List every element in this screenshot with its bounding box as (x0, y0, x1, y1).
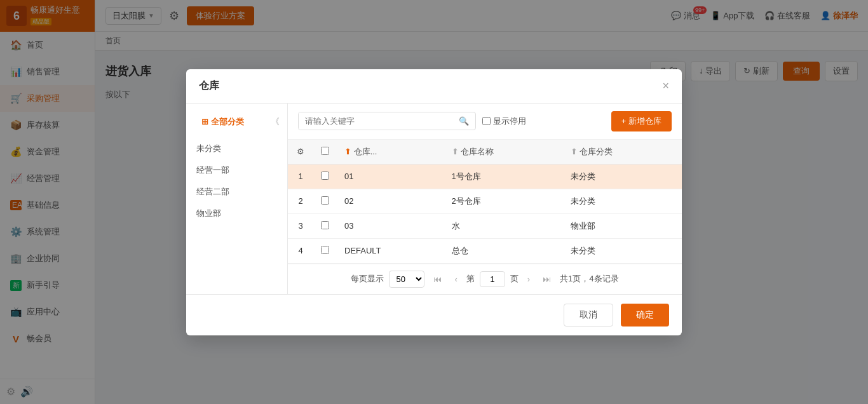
row-code: 02 (337, 189, 444, 213)
warehouse-table: ⚙ ⬆ 仓库... ⬆ 仓库名称 (288, 140, 682, 264)
show-disabled-label[interactable]: 显示停用 (482, 116, 526, 127)
col-category: ⬆ 仓库分类 (563, 140, 682, 165)
warehouse-modal: 仓库 × ⊞ 全部分类 《 未分类 经营一部 (186, 69, 682, 335)
modal-body: ⊞ 全部分类 《 未分类 经营一部 经营二部 物业部 (186, 104, 682, 294)
sort-icon3: ⬆ (571, 147, 578, 156)
page-size-label: 每页显示 (351, 273, 384, 285)
row-name: 总仓 (444, 238, 563, 263)
row-category: 未分类 (563, 164, 682, 189)
row-index: 2 (288, 189, 313, 213)
modal-overlay: 仓库 × ⊞ 全部分类 《 未分类 经营一部 (0, 0, 868, 404)
row-check (313, 164, 337, 189)
table-row[interactable]: 2 02 2号仓库 未分类 (288, 189, 682, 213)
row-name: 2号仓库 (444, 189, 563, 213)
grid-icon: ⊞ (201, 117, 208, 126)
table-row[interactable]: 1 01 1号仓库 未分类 (288, 164, 682, 189)
row-name: 1号仓库 (444, 164, 563, 189)
search-wrap: 🔍 (298, 112, 476, 130)
first-page-button[interactable]: ⏮ (430, 273, 445, 285)
row-checkbox[interactable] (321, 196, 329, 205)
row-checkbox[interactable] (321, 221, 329, 229)
col-code: ⬆ 仓库... (337, 140, 444, 165)
row-index: 4 (288, 238, 313, 263)
page-label: 第 (466, 273, 475, 285)
last-page-button[interactable]: ⏭ (539, 273, 555, 285)
row-name: 水 (444, 213, 563, 238)
row-code: 03 (337, 213, 444, 238)
row-checkbox[interactable] (321, 246, 329, 254)
cancel-button[interactable]: 取消 (564, 304, 613, 327)
row-category: 未分类 (563, 238, 682, 263)
sort-icon2: ⬆ (452, 147, 459, 156)
modal-sidebar-item-ops2[interactable]: 经营二部 (186, 181, 287, 203)
confirm-button[interactable]: 确定 (621, 304, 669, 327)
table-row[interactable]: 4 DEFAULT 总仓 未分类 (288, 238, 682, 263)
page-input[interactable]: 1 (480, 271, 505, 287)
modal-sidebar-item-uncategorized[interactable]: 未分类 (186, 138, 287, 159)
pagination: 每页显示 50 10 20 100 ⏮ ‹ 第 1 页 › ⏭ 共1页，4条记录 (288, 264, 682, 294)
search-icon[interactable]: 🔍 (452, 112, 475, 130)
row-index: 1 (288, 164, 313, 189)
col-gear: ⚙ (288, 140, 313, 165)
modal-footer: 取消 确定 (186, 294, 682, 335)
row-code: 01 (337, 164, 444, 189)
row-checkbox[interactable] (321, 172, 329, 180)
prev-page-button[interactable]: ‹ (451, 273, 461, 285)
modal-table-wrap: ⚙ ⬆ 仓库... ⬆ 仓库名称 (288, 140, 682, 264)
modal-header: 仓库 × (186, 69, 682, 104)
modal-sidebar-item-property[interactable]: 物业部 (186, 203, 287, 224)
modal-sidebar-all[interactable]: ⊞ 全部分类 (191, 111, 254, 133)
table-row[interactable]: 3 03 水 物业部 (288, 213, 682, 238)
row-check (313, 213, 337, 238)
page-size-select[interactable]: 50 10 20 100 (389, 271, 424, 288)
row-check (313, 238, 337, 263)
modal-sidebar: ⊞ 全部分类 《 未分类 经营一部 经营二部 物业部 (186, 104, 288, 294)
total-info: 共1页，4条记录 (560, 273, 618, 285)
col-name: ⬆ 仓库名称 (444, 140, 563, 165)
modal-sidebar-item-ops1[interactable]: 经营一部 (186, 159, 287, 181)
modal-sidebar-collapse-button[interactable]: 《 (268, 111, 282, 133)
add-warehouse-button[interactable]: + 新增仓库 (611, 111, 672, 131)
modal-close-button[interactable]: × (662, 79, 669, 93)
page-unit: 页 (510, 273, 519, 285)
row-code: DEFAULT (337, 238, 444, 263)
row-check (313, 189, 337, 213)
row-category: 物业部 (563, 213, 682, 238)
row-index: 3 (288, 213, 313, 238)
row-category: 未分类 (563, 189, 682, 213)
modal-content: 🔍 显示停用 + 新增仓库 ⚙ (288, 104, 682, 294)
select-all-checkbox[interactable] (321, 147, 329, 155)
col-check (313, 140, 337, 165)
next-page-button[interactable]: › (524, 273, 534, 285)
search-input[interactable] (299, 112, 452, 130)
modal-title: 仓库 (199, 79, 219, 93)
sort-icon: ⬆ (344, 147, 351, 156)
show-disabled-checkbox[interactable] (482, 117, 491, 125)
modal-toolbar: 🔍 显示停用 + 新增仓库 (288, 104, 682, 140)
